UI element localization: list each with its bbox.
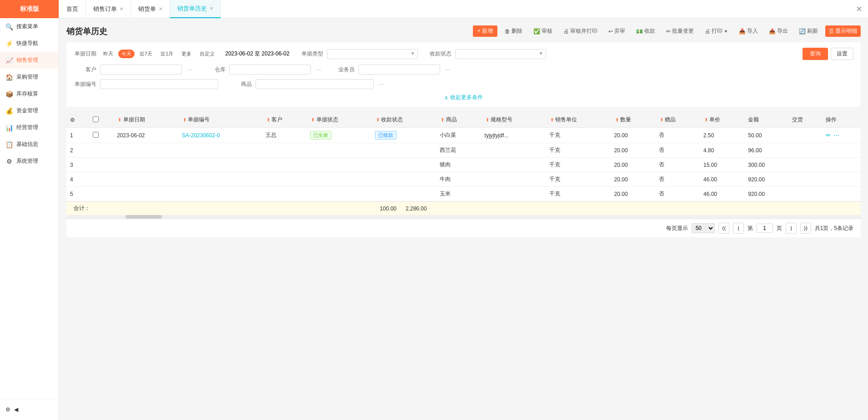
sidebar-bottom: ⚙ ◀ — [0, 399, 59, 420]
new-button[interactable]: + 新增 — [473, 25, 497, 37]
sidebar-item-purchase[interactable]: 🏠 采购管理 — [0, 69, 59, 85]
abandon-button[interactable]: ↩ 弃审 — [605, 25, 629, 37]
date-btn-today[interactable]: 今天 — [118, 50, 135, 58]
collapse-button[interactable]: ∧ 收起更多条件 — [74, 94, 853, 101]
table-row: 5玉米千克20.00否46.00920.00 — [66, 187, 861, 201]
show-detail-button[interactable]: ☰ 显示明细 — [825, 25, 861, 37]
sidebar-item-operation[interactable]: 📊 经营管理 — [0, 119, 59, 136]
more-icon[interactable]: ⋯ — [833, 132, 839, 139]
query-button[interactable]: 查询 — [803, 48, 828, 60]
col-price[interactable]: ⬆ 单价 — [700, 112, 744, 128]
page-prev[interactable]: ⟨ — [733, 223, 744, 234]
page-next[interactable]: ⟩ — [786, 223, 797, 234]
sidebar-item-finance[interactable]: 💰 资金管理 — [0, 102, 59, 119]
audit-button[interactable]: ✅ 审核 — [530, 25, 556, 37]
cell-checkbox[interactable] — [89, 187, 113, 201]
filter-doc-no: 单据编号 — [74, 79, 218, 89]
sidebar-item-sales[interactable]: 📈 销售管理 — [0, 52, 59, 69]
tab-sales-order[interactable]: 销售订单 ✕ — [86, 0, 131, 18]
per-page-label: 每页显示 — [666, 225, 688, 232]
collect-status-input[interactable] — [455, 49, 546, 59]
sidebar-item-search[interactable]: 🔍 搜索菜单 — [0, 18, 59, 35]
import-button[interactable]: 📥 导入 — [735, 25, 762, 37]
customer-dots[interactable]: ··· — [187, 66, 192, 73]
sidebar-item-shortcut[interactable]: ⚡ 快捷导航 — [0, 35, 59, 52]
horizontal-scrollbar[interactable] — [66, 215, 861, 219]
col-doc-no[interactable]: ⬆ 单据编号 — [178, 112, 262, 128]
cell-gift: 否 — [655, 128, 700, 143]
col-goods[interactable]: ⬆ 商品 — [436, 112, 481, 128]
scrollbar-thumb[interactable] — [125, 215, 162, 219]
cell-docno[interactable] — [178, 143, 262, 158]
pagination-bar: 每页显示 50 100 200 ⟨⟨ ⟨ 第 页 ⟩ ⟩⟩ 共1页，5条记录 — [66, 219, 861, 237]
cell-docno[interactable] — [178, 172, 262, 187]
sidebar-item-base[interactable]: 📋 基础信息 — [0, 136, 59, 153]
tab-sale-goods-history[interactable]: 销货单历史 ✕ — [170, 0, 221, 18]
doc-type-input[interactable] — [327, 49, 418, 59]
col-qty[interactable]: ⬆ 数量 — [611, 112, 655, 128]
goods-input[interactable] — [256, 79, 374, 89]
cell-checkbox[interactable] — [89, 128, 113, 143]
date-buttons: 昨天 今天 近7天 近1月 更多 自定义 — [100, 50, 218, 58]
page-input[interactable] — [757, 224, 773, 233]
customer-input[interactable] — [100, 65, 182, 75]
warehouse-dots[interactable]: ··· — [316, 66, 321, 73]
doc-no-input[interactable] — [100, 79, 218, 89]
per-page-select[interactable]: 50 100 200 — [692, 223, 715, 233]
date-btn-yesterday[interactable]: 昨天 — [100, 50, 116, 58]
cell-date — [113, 158, 178, 172]
goods-dots[interactable]: ··· — [379, 81, 384, 87]
cell-checkbox[interactable] — [89, 143, 113, 158]
date-btn-7days[interactable]: 近7天 — [136, 50, 156, 58]
col-gift[interactable]: ⬆ 赠品 — [655, 112, 700, 128]
col-spec[interactable]: ⬆ 规格型号 — [481, 112, 546, 128]
export-button[interactable]: 📤 导出 — [765, 25, 792, 37]
warehouse-input[interactable] — [229, 65, 311, 75]
cell-docno[interactable] — [178, 187, 262, 201]
audit-print-button[interactable]: 🖨 审核并打印 — [560, 25, 601, 37]
date-btn-1month[interactable]: 近1月 — [157, 50, 176, 58]
date-btn-more[interactable]: 更多 — [178, 50, 195, 58]
gear-icon[interactable]: ⚙ — [70, 117, 75, 123]
sidebar-item-inventory[interactable]: 📦 库存核算 — [0, 85, 59, 102]
select-all-checkbox[interactable] — [93, 116, 99, 122]
col-gear[interactable]: ⚙ — [66, 112, 89, 128]
sidebar-item-system[interactable]: ⚙ 系统管理 — [0, 153, 59, 170]
col-customer[interactable]: ⬆ 客户 — [262, 112, 306, 128]
col-doc-status[interactable]: ⬆ 单据状态 — [306, 112, 371, 128]
date-btn-custom[interactable]: 自定义 — [196, 50, 218, 58]
page-last[interactable]: ⟩⟩ — [800, 223, 811, 234]
cell-checkbox[interactable] — [89, 172, 113, 187]
edit-icon[interactable]: ✏ — [826, 132, 831, 139]
export-icon: 📤 — [769, 28, 776, 35]
toolbar: + 新增 🗑 删除 ✅ 审核 🖨 审核并打印 ↩ 弃审 — [473, 25, 861, 37]
tab-sale-goods[interactable]: 销货单 ✕ — [131, 0, 170, 18]
cell-docno[interactable] — [178, 158, 262, 172]
delete-button[interactable]: 🗑 删除 — [501, 25, 526, 37]
cell-action[interactable]: ✏⋯ — [822, 128, 861, 143]
close-all-tabs[interactable]: ✕ — [850, 4, 868, 14]
tab-sale-goods-close[interactable]: ✕ — [159, 6, 162, 11]
settings-button[interactable]: 设置 — [831, 48, 853, 60]
staff-input[interactable] — [358, 65, 440, 75]
print-button[interactable]: 🖨 打印 ▼ — [701, 25, 732, 37]
sidebar-bottom-settings[interactable]: ⚙ ◀ — [0, 403, 59, 416]
doc-no-link[interactable]: SA-20230602-0 — [182, 132, 220, 139]
cell-docno[interactable]: SA-20230602-0 — [178, 128, 262, 143]
tab-home[interactable]: 首页 — [59, 0, 86, 18]
page-first[interactable]: ⟨⟨ — [718, 223, 729, 234]
col-collect-status[interactable]: ⬆ 收款状态 — [371, 112, 436, 128]
sidebar-label-sales: 销售管理 — [16, 56, 38, 64]
col-amount: 金额 — [744, 112, 788, 128]
cell-goods: 玉米 — [436, 187, 481, 201]
col-unit[interactable]: ⬆ 销售单位 — [546, 112, 610, 128]
staff-dots[interactable]: ··· — [446, 66, 450, 73]
tab-sales-order-close[interactable]: ✕ — [120, 6, 123, 11]
col-date[interactable]: ⬆ 单据日期 — [113, 112, 178, 128]
refresh-button[interactable]: 🔄 刷新 — [795, 25, 822, 37]
tab-sale-goods-history-close[interactable]: ✕ — [210, 6, 213, 11]
batch-change-button[interactable]: ✏ 批量变更 — [662, 25, 697, 37]
cell-checkbox[interactable] — [89, 158, 113, 172]
cell-doc-status — [306, 143, 371, 158]
collect-button[interactable]: 💵 收款 — [632, 25, 659, 37]
